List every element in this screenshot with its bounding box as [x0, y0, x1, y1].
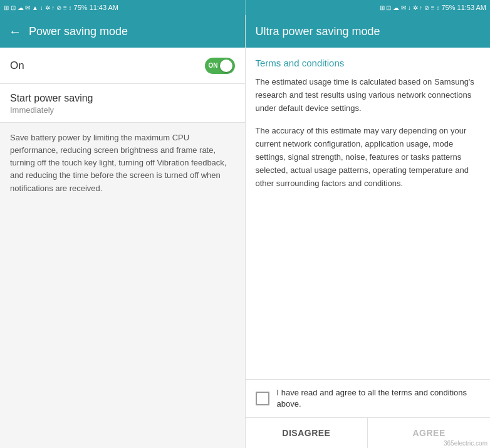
right-bottom: I have read and agree to all the terms a… [246, 379, 491, 448]
terms-paragraph-2: The accuracy of this estimate may vary d… [256, 125, 481, 190]
panels: ← Power saving mode On ON Start power sa… [0, 15, 490, 448]
right-panel-title: Ultra power saving mode [256, 25, 380, 38]
right-header: Ultra power saving mode [246, 15, 491, 48]
start-power-saving-title: Start power saving [10, 93, 235, 104]
left-panel-title: Power saving mode [29, 25, 128, 38]
back-button[interactable]: ← [9, 24, 21, 39]
description-section: Save battery power by limiting the maxim… [0, 123, 245, 204]
disagree-button[interactable]: DISAGREE [246, 418, 368, 448]
watermark: 365electric.com [444, 440, 487, 447]
terms-heading: Terms and conditions [256, 58, 481, 68]
left-header: ← Power saving mode [0, 15, 245, 48]
power-saving-toggle[interactable]: ON [205, 58, 235, 74]
right-time: 11:53 AM [457, 4, 486, 11]
checkbox-row[interactable]: I have read and agree to all the terms a… [246, 380, 491, 418]
status-bar: ⊞ ⊡ ☁ ✉ ▲ ↓ ✲ ↑ ⊘ ≡ ↕ 75% 11:43 AM ⊞ ⊡ ☁… [0, 0, 490, 15]
start-power-saving-subtitle: Immediately [10, 105, 235, 115]
right-panel: Ultra power saving mode Terms and condit… [246, 15, 491, 448]
left-panel: ← Power saving mode On ON Start power sa… [0, 15, 246, 448]
toggle-knob [220, 60, 232, 72]
description-text: Save battery power by limiting the maxim… [10, 132, 235, 195]
start-power-saving-row[interactable]: Start power saving Immediately [0, 84, 245, 123]
left-battery: 75% [74, 4, 88, 11]
status-bar-left: ⊞ ⊡ ☁ ✉ ▲ ↓ ✲ ↑ ⊘ ≡ ↕ 75% 11:43 AM [0, 0, 245, 15]
toggle-on-text: ON [209, 62, 218, 69]
toggle-label: On [10, 60, 24, 72]
status-bar-right: ⊞ ⊡ ☁ ✉ ↓ ✲ ↑ ⊘ ≡ ↕ 75% 11:53 AM [246, 0, 491, 15]
left-time: 11:43 AM [90, 4, 118, 11]
left-icons: ⊞ ⊡ ☁ ✉ ▲ ↓ ✲ ↑ ⊘ ≡ ↕ [4, 4, 72, 11]
checkbox-label: I have read and agree to all the terms a… [277, 387, 481, 410]
right-content: Terms and conditions The estimated usage… [246, 48, 491, 379]
agree-checkbox[interactable] [256, 392, 269, 405]
toggle-row: On ON [0, 48, 245, 84]
terms-paragraph-1: The estimated usage time is calculated b… [256, 76, 481, 115]
right-icons: ⊞ ⊡ ☁ ✉ ↓ ✲ ↑ ⊘ ≡ ↕ [380, 4, 440, 11]
right-battery: 75% [441, 4, 455, 11]
